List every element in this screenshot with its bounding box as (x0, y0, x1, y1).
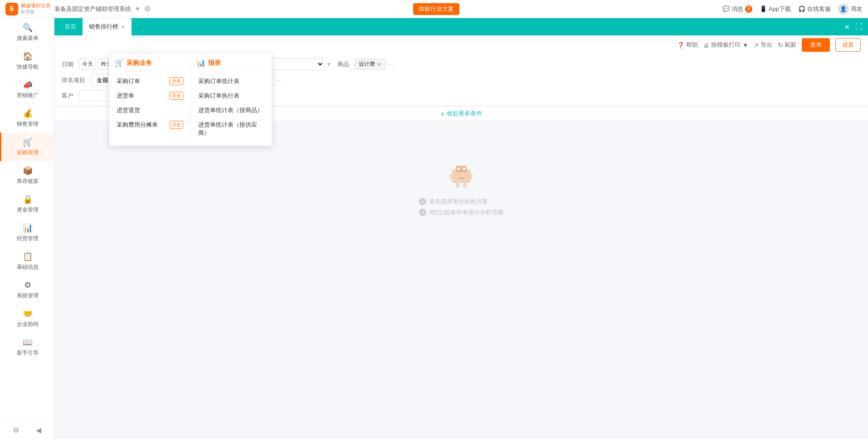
empty-tips: ① 请先选择要分析的方案 ② 用[过滤]条件来缩小分析范围 (419, 197, 503, 217)
header-center: 体验行业方案 (413, 3, 459, 15)
tab-close-icon[interactable]: ✕ (121, 24, 125, 30)
sidebar-item-search[interactable]: 🔍 搜索菜单 (0, 18, 54, 47)
tab-maximize-btn[interactable]: ⛶ (853, 21, 864, 33)
help-btn[interactable]: ❓ 帮助 (677, 41, 698, 49)
inventory-icon: 📦 (23, 166, 33, 176)
nav-user[interactable]: 👤 用友 (838, 4, 863, 15)
purchase-order-history: 历史 (170, 77, 183, 85)
purchase-dropdown-menu: 🛒 采购业务 采购订单 历史 进货单 历史 进货退货 (109, 53, 272, 146)
sidebar-label-base-info: 基础信息 (17, 263, 39, 271)
top-header: 6 畅捷通好生意 标准版 装备及固定资产辅助管理系统 ▼ ⚙ 体验行业方案 💬 … (0, 0, 868, 18)
sidebar-item-purchase[interactable]: 🛒 采购管理 (0, 133, 54, 161)
sidebar-label-operation: 经营管理 (17, 235, 39, 242)
dropdown-inbound-stat-goods[interactable]: 进货单统计表（按商品） (196, 103, 267, 118)
industry-btn[interactable]: 体验行业方案 (413, 3, 459, 15)
inbound-stat-goods-label: 进货单统计表（按商品） (198, 106, 263, 114)
tab-sales-rank-label: 销售排行榜 (89, 23, 118, 31)
nav-online-service[interactable]: 🎧 在线客服 (798, 5, 831, 13)
dropdown-purchase-expense[interactable]: 采购费用分摊单 历史 (115, 118, 185, 132)
logo-line1: 畅捷通好生意 (21, 3, 51, 9)
sidebar-label-search: 搜索菜单 (17, 35, 39, 42)
goods-label: 商品 (337, 60, 349, 69)
search-icon: 🔍 (23, 23, 33, 33)
sidebar-item-enterprise[interactable]: 🤝 企业协同 (0, 304, 54, 333)
sidebar-item-marketing[interactable]: 📣 营销推广 (0, 75, 54, 104)
goods-more-btn[interactable]: ··· (387, 60, 393, 69)
system-dropdown-icon[interactable]: ▼ (135, 5, 141, 12)
date-option-today[interactable]: 今天 (79, 59, 96, 70)
print-dropdown-icon: ▼ (742, 42, 748, 49)
svg-rect-4 (458, 178, 464, 179)
inbound-order-history: 历史 (170, 92, 183, 100)
help-label: 帮助 (686, 41, 698, 49)
tab-bar-actions: ✕ ⛶ (842, 21, 864, 33)
empty-illustration (443, 157, 479, 193)
collapse-arrow-icon: ∧ (440, 110, 445, 117)
purchase-col-icon: 🛒 (115, 59, 124, 67)
sidebar-collapse-btn[interactable]: ◀ (36, 426, 41, 434)
sidebar-item-quick-nav[interactable]: 🏠 快捷导航 (0, 47, 54, 75)
sidebar-label-sales: 销售管理 (17, 120, 39, 128)
dropdown-inbound-stat-supplier[interactable]: 进货单统计表（按供应商） (196, 118, 267, 140)
sidebar-item-sales[interactable]: 💰 销售管理 (0, 104, 54, 133)
sidebar-settings-btn[interactable]: ⚙ (13, 426, 19, 434)
user-label: 用友 (851, 5, 863, 13)
logo-icon: 6 (5, 3, 18, 15)
system-settings-icon[interactable]: ⚙ (144, 5, 151, 13)
service-label: 在线客服 (807, 5, 831, 13)
tip1-text: 请先选择要分析的方案 (429, 197, 488, 206)
goods-tag: 设计费 ✕ (355, 59, 385, 70)
sidebar-label-purchase: 采购管理 (17, 149, 39, 157)
sidebar-item-fund[interactable]: 🔒 资金管理 (0, 190, 54, 218)
nav-message[interactable]: 💬 消息 9 (722, 5, 752, 13)
nav-app-download[interactable]: 📱 App下载 (760, 5, 791, 13)
dropdown-purchase-order-exec[interactable]: 采购订单执行表 (196, 89, 267, 103)
sidebar-bottom: ⚙ ◀ (0, 421, 54, 439)
dropdown-purchase-order-stat[interactable]: 采购订单统计表 (196, 74, 267, 89)
dropdown-inbound-order[interactable]: 进货单 历史 (115, 89, 185, 103)
user-avatar: 👤 (838, 4, 849, 15)
tab-close-btn[interactable]: ✕ (842, 21, 852, 33)
tip2-text: 用[过滤]条件来缩小分析范围 (429, 208, 503, 217)
sidebar-label-system: 系统管理 (17, 292, 39, 300)
sidebar-item-guide[interactable]: 📖 新手引导 (0, 333, 54, 361)
sidebar-label-marketing: 营销推广 (17, 92, 39, 99)
sidebar-item-system[interactable]: ⚙ 系统管理 (0, 276, 54, 304)
voucher-status-dropdown[interactable]: ▼ (326, 61, 332, 68)
dropdown-purchase-order[interactable]: 采购订单 历史 (115, 74, 185, 89)
tip2-num: ② (419, 209, 426, 216)
salesperson-more-btn[interactable]: ··· (277, 76, 283, 84)
fund-icon: 🔒 (23, 194, 33, 204)
tab-sales-rank[interactable]: 销售排行榜 ✕ (83, 18, 132, 35)
app-icon: 📱 (760, 5, 767, 12)
tip1-num: ① (419, 198, 426, 205)
refresh-icon: ↻ (778, 42, 783, 49)
marketing-icon: 📣 (23, 80, 33, 90)
purchase-order-exec-label: 采购订单执行表 (198, 92, 239, 100)
content-area: 首页 销售排行榜 ✕ ✕ ⛶ ❓ 帮助 🖨 按模板打印 (54, 18, 868, 439)
goods-tag-close[interactable]: ✕ (377, 61, 381, 68)
header-left: 6 畅捷通好生意 标准版 装备及固定资产辅助管理系统 ▼ ⚙ (5, 3, 151, 15)
report-col-icon: 📊 (196, 59, 205, 67)
dropdown-inbound-return[interactable]: 进货退货 (115, 103, 185, 118)
purchase-col: 🛒 采购业务 采购订单 历史 进货单 历史 进货退货 (109, 59, 191, 140)
svg-rect-7 (456, 183, 459, 187)
date-label: 日期 (62, 60, 73, 69)
rank-item-label: 排名项目 (62, 76, 85, 84)
filter-toolbar: ❓ 帮助 🖨 按模板打印 ▼ ↗ 导出 ↻ 刷新 查询 设置 (54, 35, 868, 54)
inbound-order-label: 进货单 (117, 92, 134, 100)
export-btn[interactable]: ↗ 导出 (754, 41, 772, 49)
setting-button[interactable]: 设置 (835, 38, 861, 52)
print-icon: 🖨 (703, 42, 709, 49)
print-label: 按模板打印 (711, 41, 741, 49)
report-col-title-text: 报表 (208, 59, 221, 67)
purchase-col-title-text: 采购业务 (127, 59, 152, 67)
tab-home[interactable]: 首页 (58, 18, 83, 35)
sidebar-item-inventory[interactable]: 📦 库存核算 (0, 161, 54, 190)
refresh-btn[interactable]: ↻ 刷新 (778, 41, 796, 49)
sidebar-item-base-info[interactable]: 📋 基础信息 (0, 247, 54, 276)
sidebar-item-operation[interactable]: 📊 经营管理 (0, 218, 54, 247)
print-template-btn[interactable]: 🖨 按模板打印 ▼ (703, 41, 748, 49)
message-icon: 💬 (722, 5, 730, 12)
query-button[interactable]: 查询 (802, 38, 830, 52)
